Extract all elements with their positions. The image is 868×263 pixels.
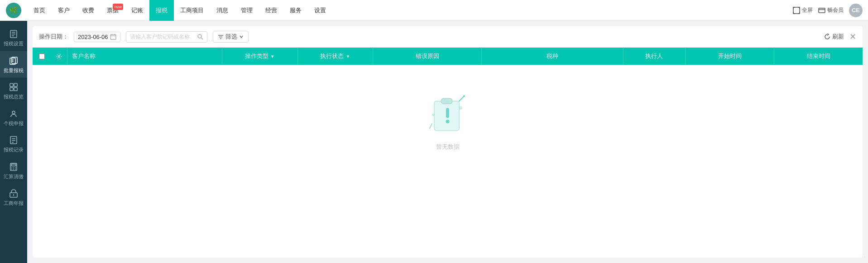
date-label: 操作日期： [39,33,68,41]
sidebar-label-annual-report: 工商年报 [4,200,24,206]
refresh-icon [824,34,830,40]
sidebar-label-tax-settings: 报税设置 [4,41,24,47]
new-badge: new [113,4,123,10]
search-box[interactable]: 请输入客户助记码或名称 [126,31,207,43]
top-navigation: 🌿 首页 客户 收费 票据 new 记账 报税 工商项目 消息 管理 经营 服务… [0,0,868,21]
nav-tax[interactable]: 报税 [149,0,174,21]
table-container: 客户名称 操作类型 ▼ 执行状态 ▼ 错误原因 税种 执行人 [33,48,863,258]
nav-settings[interactable]: 设置 [308,0,332,21]
sidebar-label-tax-overview: 报税总览 [4,94,24,100]
nav-business[interactable]: 工商项目 [174,0,210,21]
sidebar-item-annual-report[interactable]: 工商年报 [0,184,27,211]
svg-rect-13 [10,83,13,87]
nav-operation[interactable]: 经营 [259,0,283,21]
svg-rect-14 [14,83,17,87]
close-button[interactable]: ✕ [849,33,856,41]
sidebar-item-calc-tax[interactable]: 汇算清缴 [0,157,27,184]
filter-icon [218,34,224,40]
empty-illustration [425,92,470,137]
search-icon [197,34,203,40]
th-op-type: 操作类型 ▼ [222,48,297,65]
annual-report-icon [9,189,19,199]
toolbar: 操作日期： 2023-06-06 请输入客户助记码或名称 [33,26,863,48]
svg-point-17 [12,111,15,114]
select-all-checkbox[interactable] [39,54,45,59]
main-layout: 报税设置 批量报税 报税总览 [0,21,868,263]
nav-manage[interactable]: 管理 [235,0,259,21]
tax-overview-icon [9,82,19,92]
fullscreen-button[interactable]: 全屏 [793,6,813,14]
nav-fee[interactable]: 收费 [76,0,101,21]
sidebar-item-batch-tax[interactable]: 批量报税 [0,51,27,78]
sidebar-item-tax-overview[interactable]: 报税总览 [0,78,27,104]
th-error-reason: 错误原因 [373,48,481,65]
nav-message[interactable]: 消息 [210,0,235,21]
svg-rect-23 [11,164,16,166]
th-settings[interactable] [51,48,67,65]
chevron-down-icon [239,34,244,39]
svg-rect-43 [441,98,452,104]
batch-tax-icon [9,56,19,66]
svg-point-47 [459,106,462,110]
nav-invoice[interactable]: 票据 new [101,0,125,21]
svg-point-41 [58,55,60,57]
svg-point-36 [198,34,201,38]
svg-point-46 [432,113,435,116]
user-avatar[interactable]: CE [849,4,863,17]
tax-settings-icon [9,29,19,39]
svg-rect-3 [819,8,825,13]
empty-state: 暂无数据 [33,65,863,169]
refresh-button[interactable]: 刷新 [824,33,844,41]
svg-point-49 [463,95,465,97]
filter-button[interactable]: 筛选 [213,31,249,43]
personal-tax-icon [9,109,19,119]
nav-client[interactable]: 客户 [52,0,76,21]
sidebar: 报税设置 批量报税 报税总览 [0,21,27,263]
op-type-filter-icon[interactable]: ▼ [270,54,275,59]
table-header: 客户名称 操作类型 ▼ 执行状态 ▼ 错误原因 税种 执行人 [33,48,863,65]
date-picker[interactable]: 2023-06-06 [74,32,120,42]
sidebar-label-calc-tax: 汇算清缴 [4,174,24,180]
sidebar-item-personal-tax[interactable]: 个税申报 [0,104,27,131]
svg-rect-15 [10,88,13,91]
th-start-time: 开始时间 [685,48,774,65]
content-area: 操作日期： 2023-06-06 请输入客户助记码或名称 [27,21,868,263]
svg-line-37 [201,38,203,40]
th-exec-status: 执行状态 ▼ [297,48,373,65]
sidebar-item-tax-settings[interactable]: 报税设置 [0,24,27,51]
member-button[interactable]: 畅会员 [818,6,844,14]
th-client-name: 客户名称 [67,48,222,65]
toolbar-right: 刷新 ✕ [824,33,856,41]
th-end-time: 结束时间 [774,48,863,65]
th-executor: 执行人 [623,48,686,65]
svg-rect-16 [14,88,17,91]
exec-status-filter-icon[interactable]: ▼ [345,54,350,59]
nav-menu: 首页 客户 收费 票据 new 记账 报税 工商项目 消息 管理 经营 服务 设… [27,0,793,21]
sidebar-label-batch-tax: 批量报税 [4,68,24,73]
svg-text:🌿: 🌿 [9,6,18,15]
calc-tax-icon [9,162,19,172]
svg-line-50 [430,124,432,128]
sidebar-label-tax-records: 报税记录 [4,147,24,153]
svg-point-45 [446,120,449,123]
svg-rect-32 [110,34,116,39]
tax-records-icon [9,135,19,145]
app-logo[interactable]: 🌿 [5,2,22,19]
sidebar-item-tax-records[interactable]: 报税记录 [0,131,27,157]
th-checkbox[interactable] [33,48,51,65]
top-right-controls: 全屏 畅会员 CE [793,4,863,17]
nav-home[interactable]: 首页 [27,0,52,21]
th-tax-type: 税种 [481,48,623,65]
svg-line-48 [459,97,464,101]
nav-service[interactable]: 服务 [283,0,308,21]
empty-text: 暂无数据 [436,143,460,151]
sidebar-label-personal-tax: 个税申报 [4,121,24,127]
svg-rect-2 [793,7,800,14]
svg-rect-44 [446,108,449,118]
calendar-icon [110,34,116,40]
nav-accounting[interactable]: 记账 [125,0,149,21]
